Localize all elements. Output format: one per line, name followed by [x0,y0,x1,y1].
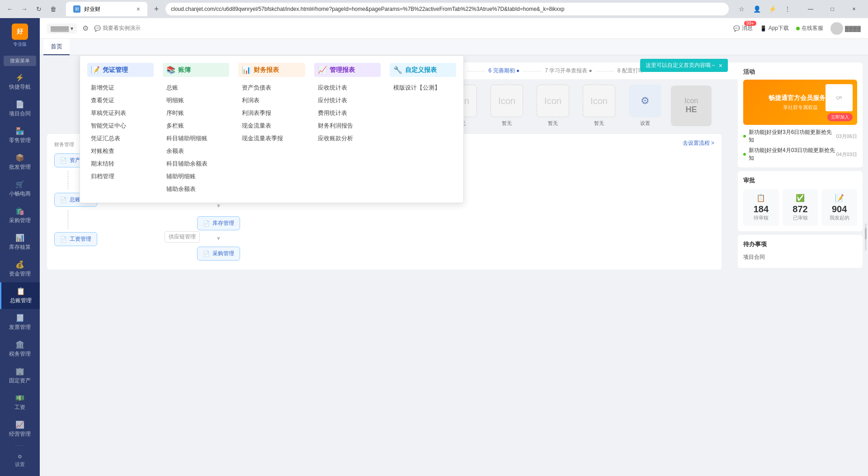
menu-item-xianjin-jibao[interactable]: 现金流量表季报 [238,132,305,145]
menu-item-yue-biao[interactable]: 余额表 [163,145,229,157]
menu-item-zongzhang[interactable]: 总账 [163,81,229,94]
menu-section-header-voucher[interactable]: 📝 凭证管理 [87,63,154,77]
customize-tooltip: 这里可以自定义首页内容哦～ × [640,59,728,72]
sidebar-item-zijin[interactable]: 💰资金管理 [0,256,40,282]
sidebar-item-xiaochang[interactable]: 🛒小畅电商 [0,176,40,202]
message-button[interactable]: 💬 消息 99+ [733,24,753,32]
menu-item-xinzeng[interactable]: 新增凭证 [87,81,154,94]
vertical-connector-2 [68,210,97,228]
activity-scrollbar-thumb [865,228,867,239]
sidebar-item-gongzi[interactable]: 💵工资 [0,389,40,416]
close-button[interactable]: × [844,2,864,16]
icon-label-3: 暂无 [548,120,558,127]
sidebar-item-shuiwu[interactable]: 🏛️税务管理 [0,336,40,362]
menu-item-kemu-fuzhu-yue[interactable]: 科目辅助余额表 [163,157,229,170]
header-settings-icon[interactable]: ⚙ [82,24,89,33]
browser-controls: ← → ↻ 🗑 [4,3,60,15]
menu-item-fuzhu-yue[interactable]: 辅助余额表 [163,183,229,195]
menu-item-duizhang[interactable]: 对账检查 [87,145,154,157]
icon-cell-settings[interactable]: ⚙ 设置 [625,85,665,127]
news-dot-1 [743,135,746,138]
menu-item-lirun-jibao[interactable]: 利润表季报 [238,107,305,119]
menu-item-guidan[interactable]: 归档管理 [87,170,154,183]
menu-item-pingzheng-huizong[interactable]: 凭证汇总表 [87,132,154,145]
activity-scrollbar[interactable] [865,224,867,251]
app-download-button[interactable]: 📱 App下载 [760,24,789,32]
menu-item-fuzhu-mingxi[interactable]: 辅助明细账 [163,170,229,183]
sidebar-item-pifa[interactable]: 📦批发管理 [0,149,40,176]
menu-item-mingxizhang[interactable]: 明细账 [163,94,229,107]
customize-close-button[interactable]: × [719,62,722,69]
menu-item-chakan[interactable]: 查看凭证 [87,94,154,107]
reload-button[interactable]: ↻ [33,3,45,15]
icon-cell-he[interactable]: Icon HE [671,86,712,126]
forward-button[interactable]: → [18,3,31,15]
menu-item-xushizhang[interactable]: 序时账 [163,107,229,119]
news-item-1[interactable]: 新功能|好业财3月6日功能更新抢先知 03月06日 [743,129,857,144]
workflow-box-salary[interactable]: 📄 工资管理 [54,232,97,246]
tab-home[interactable]: 首页 [43,39,70,55]
bookmark-icon[interactable]: ☆ [735,3,748,15]
online-service-button[interactable]: 在线客服 [796,24,823,32]
user-menu-button[interactable]: ▓▓▓▓ [830,22,861,35]
menu-item-duolanzhang[interactable]: 多栏账 [163,119,229,132]
news-item-2[interactable]: 新功能|好业财4月03日功能更新抢先知 04月03日 [743,147,857,162]
join-button[interactable]: 立即加入 [827,113,853,121]
setup-flow-link[interactable]: 去设置流程 > [683,139,714,147]
sidebar-item-caigou[interactable]: 🛍️采购管理 [0,202,40,229]
menu-item-caogao[interactable]: 草稿凭证列表 [87,107,154,119]
sidebar-item-lingshou[interactable]: 🏪零售管理 [0,122,40,149]
menu-section-header-custom[interactable]: 🔧 自定义报表 [390,63,456,77]
back-button[interactable]: ← [4,3,16,15]
workflow-box-inventory[interactable]: 📄 库存管理 [197,216,240,230]
maximize-button[interactable]: □ [822,2,843,16]
menu-item-lirunbiao[interactable]: 利润表 [238,94,305,107]
menu-item-caiwu-lirun[interactable]: 财务利润报告 [314,119,381,132]
tab-close-button[interactable]: × [137,5,140,13]
demo-link[interactable]: 💬 我要看实例演示 [94,24,141,32]
sidebar-item-jingying[interactable]: 📈经营管理 [0,416,40,443]
menu-section-header-ledger[interactable]: 📚 账簿 [163,63,229,77]
browser-tab[interactable]: 财 好业财 × [66,2,147,16]
menu-item-template-design[interactable]: 模版设计【公测】 [390,81,456,94]
profile-icon[interactable]: 👤 [750,3,763,15]
extensions-icon[interactable]: ⚡ [766,3,778,15]
menu-item-kemu-fuzhu[interactable]: 科目辅助明细账 [163,132,229,145]
todo-item-project[interactable]: 项目合同 [743,252,857,262]
activity-banner[interactable]: 畅捷通官方会员服务群 享社群专属权益 QR 立即加入 [743,80,857,125]
sidebar-item-fapiao[interactable]: 🧾发票管理 [0,309,40,336]
sidebar-item-xiangmu[interactable]: 📄项目合同 [0,95,40,122]
menu-item-zcfzb[interactable]: 资产负债表 [238,81,305,94]
sidebar-item-kucun[interactable]: 📊库存核算 [0,229,40,256]
sidebar-settings-button[interactable]: ⚙ 设置 [15,450,25,471]
menu-item-feiyong[interactable]: 费用统计表 [314,107,381,119]
menu-item-yingshouzhangkuan[interactable]: 应收账款分析 [314,132,381,145]
approval-stat-done[interactable]: ✅ 872 已审核 [783,189,818,226]
menu-section-header-financial[interactable]: 📊 财务报表 [238,63,305,77]
sidebar-search[interactable]: 搜索菜单 [4,56,36,66]
header: ▓▓▓▓▓ ▾ ⚙ 💬 我要看实例演示 💬 消息 99+ 📱 App下载 [40,18,868,39]
menu-item-xianjin-liuliang[interactable]: 现金流量表 [238,119,305,132]
menu-section-header-mgmt[interactable]: 📈 管理报表 [314,63,381,77]
new-tab-button[interactable]: + [150,3,163,15]
delete-button[interactable]: 🗑 [47,3,60,15]
icon-cell-2[interactable]: Icon 暂无 [486,85,527,127]
icon-cell-3[interactable]: Icon 暂无 [533,85,573,127]
workflow-box-purchase[interactable]: 📄 采购管理 [197,247,240,261]
sidebar-item-zongzhang[interactable]: 📋总账管理 [0,282,40,309]
approval-stat-pending[interactable]: 📋 184 待审核 [743,189,779,226]
financial-section-icon: 📊 [242,66,251,74]
sidebar-item-gudingzichan[interactable]: 🏢固定资产 [0,362,40,389]
menu-icon[interactable]: ⋮ [781,3,794,15]
menu-item-zhineng[interactable]: 智能凭证中心 [87,119,154,132]
minimize-button[interactable]: — [800,2,821,16]
approval-stat-mine[interactable]: 📝 904 我发起的 [821,189,857,226]
address-bar[interactable] [165,3,729,15]
menu-item-qimo[interactable]: 期末结转 [87,157,154,170]
company-selector[interactable]: ▓▓▓▓▓ ▾ [47,24,77,33]
icon-cell-4[interactable]: Icon 暂无 [579,85,619,127]
menu-item-yingfu[interactable]: 应付统计表 [314,94,381,107]
sidebar-item-kuaijie[interactable]: ⚡快捷导航 [0,69,40,95]
menu-item-yingshou[interactable]: 应收统计表 [314,81,381,94]
logo-icon: 好 [12,24,28,40]
